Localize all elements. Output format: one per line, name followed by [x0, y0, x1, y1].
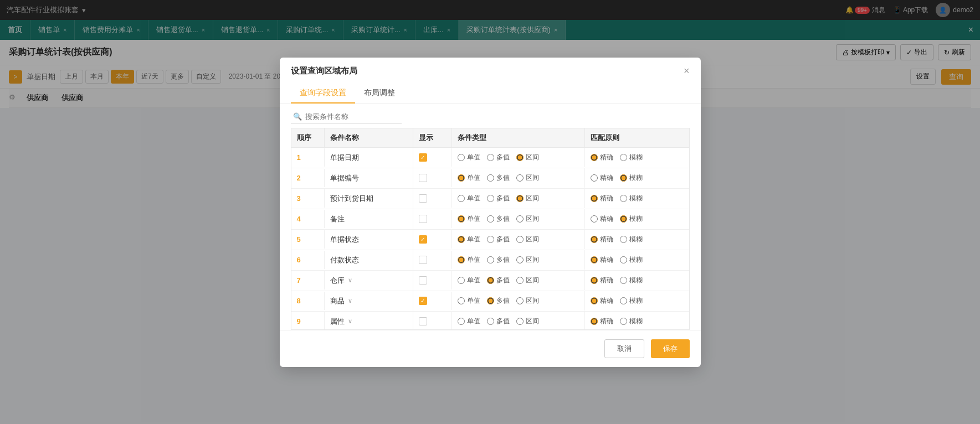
tab-layout-adjust[interactable]: 布局调整 — [355, 84, 404, 104]
modal-dialog: 设置查询区域布局 × 查询字段设置 布局调整 🔍 顺序 条件名称 显示 — [280, 58, 701, 108]
modal-title: 设置查询区域布局 — [291, 66, 357, 76]
modal-overlay: 设置查询区域布局 × 查询字段设置 布局调整 🔍 顺序 条件名称 显示 — [0, 0, 980, 108]
modal-header: 设置查询区域布局 × — [280, 58, 701, 77]
modal-tab-bar: 查询字段设置 布局调整 — [280, 77, 701, 104]
tab-query-fields[interactable]: 查询字段设置 — [291, 84, 355, 104]
modal-search-area: 🔍 — [280, 104, 701, 108]
modal-close-btn[interactable]: × — [684, 65, 690, 77]
